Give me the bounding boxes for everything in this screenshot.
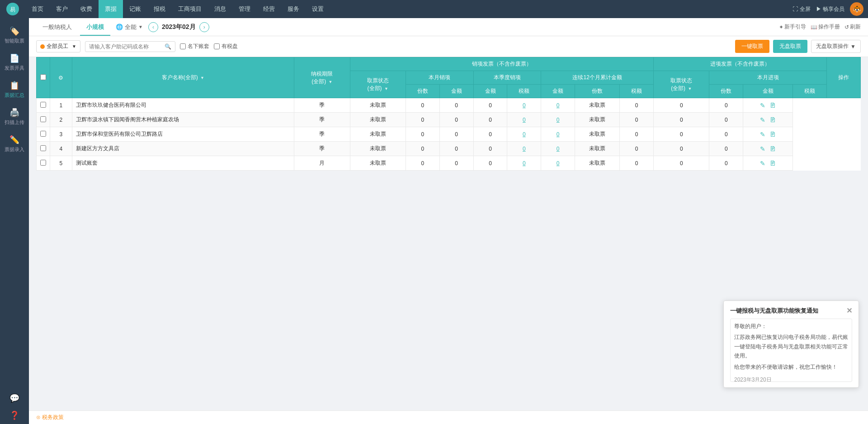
logo: 易 [5, 1, 21, 17]
edit-icon[interactable]: ✎ [760, 102, 765, 109]
row-period: 月 [294, 156, 350, 171]
tab-general-taxpayer[interactable]: 一般纳税人 [36, 19, 78, 36]
row-check-4[interactable] [40, 160, 46, 166]
sidebar-help[interactable]: ❓ [0, 407, 29, 424]
row-quarter-sale-tax: 0 [507, 156, 541, 171]
search-input[interactable] [89, 43, 163, 50]
tab-small-scale[interactable]: 小规模 [80, 19, 110, 36]
nav-bookkeeping[interactable]: 记账 [123, 0, 147, 18]
period-nav: ‹ 2023年02月 › [148, 22, 209, 32]
search-icon[interactable]: 🔍 [165, 43, 171, 50]
edit-icon[interactable]: ✎ [760, 145, 765, 152]
manual-link[interactable]: 📖 操作手册 [811, 23, 840, 31]
one-click-btn[interactable]: 一键取票 [735, 40, 769, 53]
nav-operation[interactable]: 经营 [257, 0, 281, 18]
entry-icon: ✏️ [9, 135, 19, 145]
th-purchase-group: 进项发票（不含作废票） [654, 57, 827, 71]
search-box: 🔍 [85, 41, 175, 52]
nav-message[interactable]: 消息 [208, 0, 232, 18]
th-cum-count: 份数 [575, 85, 620, 98]
no-disk-ops-btn[interactable]: 无盘取票操作 ▼ [811, 40, 861, 53]
sub-tabs-right: ✦ 新手引导 📖 操作手册 ↺ 刷新 [779, 23, 861, 31]
nav-fee[interactable]: 收费 [74, 0, 99, 18]
row-actions: ✎ 🖹 [743, 156, 793, 171]
nav-invoice[interactable]: 票据 [99, 0, 123, 18]
edit-icon[interactable]: ✎ [760, 160, 765, 167]
view-icon[interactable]: 🖹 [769, 102, 776, 109]
row-in-status: 未取票 [575, 127, 620, 142]
account-checkbox[interactable] [180, 43, 186, 49]
prev-period-btn[interactable]: ‹ [148, 22, 158, 32]
row-in-status: 未取票 [575, 113, 620, 127]
issue-icon: 📄 [9, 53, 19, 63]
row-in-status: 未取票 [575, 98, 620, 113]
notification-title: 一键报税与无盘取票功能恢复通知 [730, 307, 818, 315]
row-month-in-amount: 0 [654, 142, 709, 156]
select-all-checkbox[interactable] [40, 74, 46, 80]
tab-all-capable[interactable]: 🌐 全能 ▼ [112, 23, 146, 31]
nav-business[interactable]: 工商项目 [172, 0, 208, 18]
bottom-bar[interactable]: ⊙ 税务政策 [29, 410, 868, 424]
member-btn[interactable]: ▶ 畅享会员 [816, 5, 844, 13]
row-cumulative: 0 [541, 113, 575, 127]
nav-settings[interactable]: 设置 [306, 0, 330, 18]
refresh-link[interactable]: ↺ 刷新 [844, 23, 861, 31]
sidebar-label-issue: 发票开具 [5, 65, 24, 71]
row-month-in-count: 0 [620, 142, 654, 156]
row-month-in-count: 0 [620, 127, 654, 142]
tax-disk-checkbox-label[interactable]: 有税盘 [214, 43, 238, 50]
sidebar-item-summary[interactable]: 📋 票据汇总 [0, 77, 29, 102]
nav-service[interactable]: 服务 [281, 0, 306, 18]
sidebar-item-entry[interactable]: ✏️ 票据录入 [0, 131, 29, 157]
row-check-0[interactable] [40, 102, 46, 108]
nav-home[interactable]: 首页 [25, 0, 50, 18]
sidebar-item-scan[interactable]: 🖨️ 扫描上传 [0, 104, 29, 129]
row-check-3[interactable] [40, 145, 46, 151]
view-icon[interactable]: 🖹 [769, 131, 776, 138]
row-in-status: 未取票 [575, 142, 620, 156]
sidebar-label-smart-ticket: 智能取票 [5, 38, 24, 44]
row-cumulative: 0 [541, 156, 575, 171]
tax-policy-link[interactable]: ⊙ 税务政策 [36, 414, 64, 421]
th-month-sale-count: 份数 [406, 85, 439, 98]
fullscreen-btn[interactable]: ⛶ 全屏 [793, 5, 810, 13]
row-checkbox[interactable] [37, 98, 50, 113]
row-checkbox[interactable] [37, 142, 50, 156]
new-guide-link[interactable]: ✦ 新手引导 [779, 23, 806, 31]
account-checkbox-label[interactable]: 名下账套 [180, 43, 209, 50]
nav-manage[interactable]: 管理 [232, 0, 257, 18]
summary-icon: 📋 [9, 81, 19, 91]
row-month-sale-count: 0 [406, 98, 439, 113]
tax-disk-checkbox[interactable] [214, 43, 220, 49]
next-period-btn[interactable]: › [199, 22, 209, 32]
nav-tax[interactable]: 报税 [147, 0, 172, 18]
row-checkbox[interactable] [37, 113, 50, 127]
notification-scroll[interactable]: 尊敬的用户： 江苏政务网已恢复访问电子税务局功能，易代账一键登陆电子税务局与无盘… [730, 319, 852, 382]
view-icon[interactable]: 🖹 [769, 116, 776, 124]
view-icon[interactable]: 🖹 [769, 145, 776, 152]
edit-icon[interactable]: ✎ [760, 116, 765, 124]
row-no: 2 [50, 113, 72, 127]
sidebar-chat[interactable]: 💬 [0, 390, 29, 407]
row-checkbox[interactable] [37, 156, 50, 171]
notification-close-btn[interactable]: ✕ [846, 306, 852, 315]
no-disk-btn[interactable]: 无盘取票 [773, 40, 807, 53]
row-check-1[interactable] [40, 116, 46, 122]
row-month-sale-amount: 0 [439, 98, 473, 113]
view-icon[interactable]: 🖹 [769, 160, 776, 167]
edit-icon[interactable]: ✎ [760, 131, 765, 138]
employee-select[interactable]: 全部员工 ▼ [36, 40, 80, 52]
row-month-in-amount: 0 [654, 98, 709, 113]
header-group-row: ⚙ 客户名称(全部) ▼ 纳税期限(全部) ▼ 销项发票（不含作废票） 进项发票… [37, 57, 861, 71]
avatar[interactable]: 🐯 [850, 2, 863, 16]
th-quarter-sale: 本季度销项 [473, 71, 541, 85]
notification-text1: 江苏政务网已恢复访问电子税务局功能，易代账一键登陆电子税务局与无盘取票相关功能可… [734, 333, 848, 360]
sidebar-item-smart-ticket[interactable]: 🏷️ 智能取票 [0, 23, 29, 48]
row-check-2[interactable] [40, 131, 46, 137]
row-checkbox[interactable] [37, 127, 50, 142]
sidebar-item-issue[interactable]: 📄 发票开具 [0, 50, 29, 75]
row-sale-status: 未取票 [350, 127, 406, 142]
nav-customer[interactable]: 客户 [50, 0, 74, 18]
notification-text2: 给您带来的不便敬请谅解，祝您工作愉快！ [734, 362, 848, 372]
th-quarter-sale-tax: 税额 [507, 85, 541, 98]
